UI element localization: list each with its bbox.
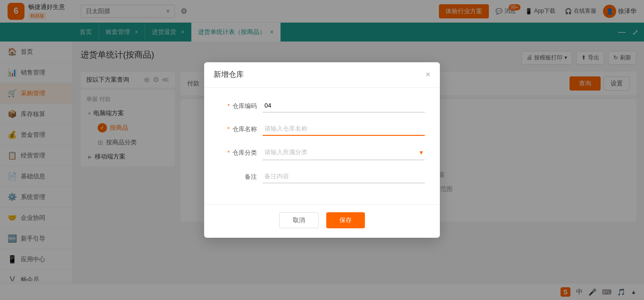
dialog-close-btn[interactable]: ×	[425, 70, 430, 80]
name-label: * 仓库名称	[219, 125, 257, 133]
remark-input[interactable]	[263, 170, 425, 183]
form-row-code: * 仓库编码	[219, 99, 425, 113]
category-dropdown-icon: ▾	[420, 149, 423, 156]
category-required-star: *	[227, 149, 230, 156]
save-button[interactable]: 保存	[326, 212, 365, 228]
remark-label: 备注	[219, 173, 257, 181]
warehouse-code-input[interactable]	[263, 99, 425, 113]
form-row-category: * 仓库分类 请输入所属分类 ▾	[219, 145, 425, 160]
new-warehouse-dialog: 新增仓库 × * 仓库编码 * 仓库名称	[204, 62, 440, 238]
dialog-header: 新增仓库 ×	[204, 62, 440, 88]
dialog-overlay: 新增仓库 × * 仓库编码 * 仓库名称	[0, 0, 644, 300]
cancel-button[interactable]: 取消	[279, 212, 319, 228]
form-row-remark: 备注	[219, 170, 425, 183]
name-required-star: *	[227, 125, 230, 133]
warehouse-name-input[interactable]	[263, 122, 425, 136]
dialog-title: 新增仓库	[214, 70, 244, 80]
dialog-footer: 取消 保存	[204, 204, 440, 238]
category-label: * 仓库分类	[219, 149, 257, 157]
category-select[interactable]: 请输入所属分类 ▾	[263, 145, 425, 160]
category-placeholder: 请输入所属分类	[264, 148, 307, 157]
code-required-star: *	[227, 102, 230, 109]
dialog-body: * 仓库编码 * 仓库名称 * 仓库分类 请输入所属	[204, 88, 440, 204]
form-row-name: * 仓库名称	[219, 122, 425, 136]
code-label: * 仓库编码	[219, 102, 257, 110]
